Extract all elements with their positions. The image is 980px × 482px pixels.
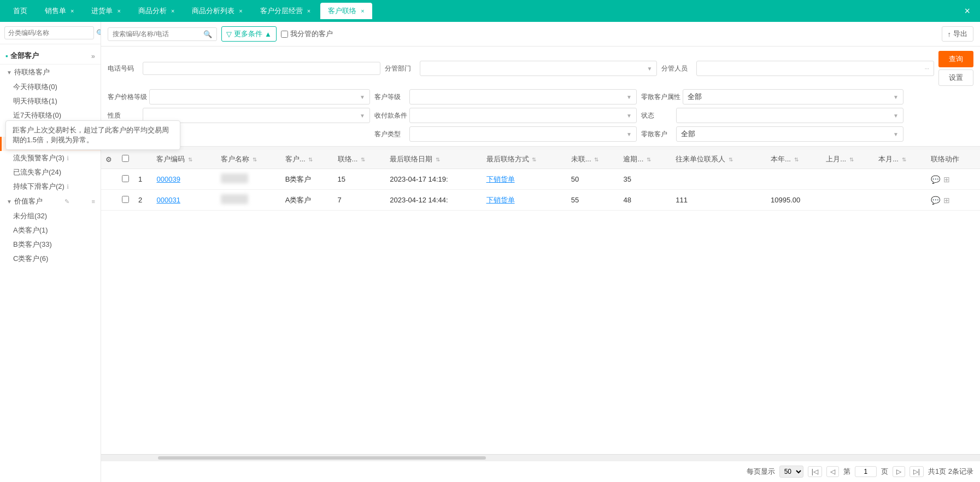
sidebar-item-declining[interactable]: 持续下滑客户(2) ℹ xyxy=(0,179,101,194)
th-action: 联络动作 xyxy=(926,150,980,169)
chevron-down-icon: ▼ xyxy=(626,131,632,137)
sort-icon[interactable]: ⇅ xyxy=(532,156,536,162)
sort-icon[interactable]: ⇅ xyxy=(729,156,733,162)
sidebar-item-churned[interactable]: 已流失客户(24) xyxy=(0,165,101,179)
search-icon[interactable]: 🔍 xyxy=(203,30,212,38)
last-page-button[interactable]: ▷| xyxy=(909,466,924,477)
more-conditions-button[interactable]: ▽ 更多条件 ▲ xyxy=(221,26,277,42)
sidebar-search-input[interactable] xyxy=(4,26,94,39)
td-this-year xyxy=(766,169,821,190)
filter-status: 状态 ▼ xyxy=(641,108,903,123)
td-not-contact: 50 xyxy=(567,169,619,190)
ellipsis-icon: ··· xyxy=(925,66,929,72)
customer-type-select[interactable]: ▼ xyxy=(409,126,637,142)
sidebar-item-ungrouped[interactable]: 未分组(32) xyxy=(0,209,101,223)
export-button[interactable]: ↑ 导出 xyxy=(942,26,974,42)
sidebar-item-tomorrow[interactable]: 明天待联络(1) xyxy=(0,94,101,108)
sort-icon[interactable]: ⇅ xyxy=(188,156,192,162)
row-checkbox[interactable] xyxy=(122,175,129,182)
td-gear xyxy=(101,190,118,211)
qr-icon[interactable]: ⊞ xyxy=(943,196,950,205)
scrollbar-thumb[interactable] xyxy=(158,456,486,460)
gear-icon[interactable]: ⚙ xyxy=(105,155,112,164)
sidebar-item-today[interactable]: 今天待联络(0) xyxy=(0,80,101,94)
horizontal-scrollbar[interactable] xyxy=(101,454,980,461)
tab-customer-tiering[interactable]: 客户分层经营 × xyxy=(253,3,318,19)
price-level-select[interactable]: ▼ xyxy=(149,89,370,104)
td-name xyxy=(216,190,281,211)
sort-icon[interactable]: ⇅ xyxy=(361,156,365,162)
close-icon[interactable]: × xyxy=(71,8,74,14)
close-icon[interactable]: × xyxy=(307,8,310,14)
page-input[interactable] xyxy=(855,466,877,477)
td-unit-contact xyxy=(671,169,766,190)
sort-icon[interactable]: ⇅ xyxy=(308,156,313,162)
phone-input[interactable] xyxy=(143,62,380,75)
sidebar-item-churn-warning[interactable]: 流失预警客户(3) ℹ xyxy=(0,151,101,165)
close-icon[interactable]: × xyxy=(171,8,174,14)
qr-icon[interactable]: ⊞ xyxy=(943,175,950,184)
th-overdue: 逾期... ⇅ xyxy=(619,150,671,169)
person-select[interactable]: ··· xyxy=(696,61,934,76)
tab-product-analysis[interactable]: 商品分析 × xyxy=(131,3,182,19)
per-page-select[interactable]: 50 xyxy=(779,466,803,478)
last-method-link[interactable]: 下销货单 xyxy=(486,175,515,183)
tab-customer-contact[interactable]: 客户联络 × xyxy=(320,3,372,19)
close-all-tabs-button[interactable]: × xyxy=(960,5,975,17)
select-all-checkbox[interactable] xyxy=(122,155,129,162)
prev-page-button[interactable]: ◁ xyxy=(826,466,839,477)
sort-icon[interactable]: ⇅ xyxy=(253,156,257,162)
search-icon[interactable]: 🔍 xyxy=(96,29,101,37)
sort-icon[interactable]: ⇅ xyxy=(849,156,854,162)
customer-level-select[interactable]: ▼ xyxy=(409,89,637,104)
query-button[interactable]: 查询 xyxy=(938,51,973,67)
settings-button[interactable]: 设置 xyxy=(938,69,973,86)
td-type: B类客户 xyxy=(281,169,333,190)
td-no: 1 xyxy=(134,169,152,190)
table-container[interactable]: ⚙ 客户编码 ⇅ 客户名称 xyxy=(101,150,980,454)
sidebar-item-class-b[interactable]: B类客户(33) xyxy=(0,237,101,252)
sidebar-all-customers[interactable]: ▪ 全部客户 » xyxy=(0,48,101,65)
toolbar: 🔍 ▽ 更多条件 ▲ 我分管的客户 ↑ 导出 xyxy=(101,22,980,47)
last-method-link[interactable]: 下销货单 xyxy=(486,196,515,204)
sidebar-group-value-customers[interactable]: ▼ 价值客户 ✎ ≡ xyxy=(0,194,101,209)
my-customers-checkbox-area[interactable]: 我分管的客户 xyxy=(281,29,333,39)
edit-icon[interactable]: ✎ xyxy=(64,198,69,205)
department-select[interactable]: ▼ xyxy=(420,61,658,76)
search-box[interactable]: 🔍 xyxy=(108,27,217,41)
td-name xyxy=(216,169,281,190)
message-icon[interactable]: 💬 xyxy=(931,196,940,205)
retail-attr-select[interactable]: 全部 ▼ xyxy=(683,89,903,104)
manage-icon[interactable]: ≡ xyxy=(92,198,95,205)
sidebar-item-class-a[interactable]: A类客户(1) xyxy=(0,223,101,237)
filter-row-4: ··· 客户类型 ▼ 零散客户 全部 ▼ xyxy=(108,126,973,142)
first-page-button[interactable]: |◁ xyxy=(808,466,822,477)
my-customers-checkbox[interactable] xyxy=(281,31,288,38)
payment-select[interactable]: ▼ xyxy=(409,108,637,123)
next-page-button[interactable]: ▷ xyxy=(893,466,905,477)
retail-customer-select[interactable]: 全部 ▼ xyxy=(676,126,903,142)
close-icon[interactable]: × xyxy=(361,8,364,14)
tab-sales[interactable]: 销售单 × xyxy=(37,3,81,19)
close-icon[interactable]: × xyxy=(239,8,242,14)
sort-icon[interactable]: ⇅ xyxy=(647,156,651,162)
arrow-icon: ▼ xyxy=(7,69,12,76)
sidebar-item-class-c[interactable]: C类客户(6) xyxy=(0,252,101,266)
row-checkbox[interactable] xyxy=(122,196,129,203)
close-icon[interactable]: × xyxy=(117,8,120,14)
sort-icon[interactable]: ⇅ xyxy=(794,156,799,162)
status-select[interactable]: ▼ xyxy=(676,108,903,123)
search-input[interactable] xyxy=(113,30,201,38)
sort-icon[interactable]: ⇅ xyxy=(902,156,906,162)
td-action: 💬 ⊞ xyxy=(926,190,980,211)
tab-purchase[interactable]: 进货单 × xyxy=(84,3,128,19)
message-icon[interactable]: 💬 xyxy=(931,175,940,184)
total-records: 共1页 2条记录 xyxy=(928,467,973,477)
customer-table: ⚙ 客户编码 ⇅ 客户名称 xyxy=(101,150,980,211)
sidebar-group-pending-contact[interactable]: ▼ 待联络客户 xyxy=(0,65,101,80)
tab-home[interactable]: 首页 xyxy=(5,3,35,19)
td-type: A类客户 xyxy=(281,190,333,211)
sort-icon[interactable]: ⇅ xyxy=(436,156,440,162)
tab-product-analysis-list[interactable]: 商品分析列表 × xyxy=(184,3,250,19)
sort-icon[interactable]: ⇅ xyxy=(594,156,598,162)
